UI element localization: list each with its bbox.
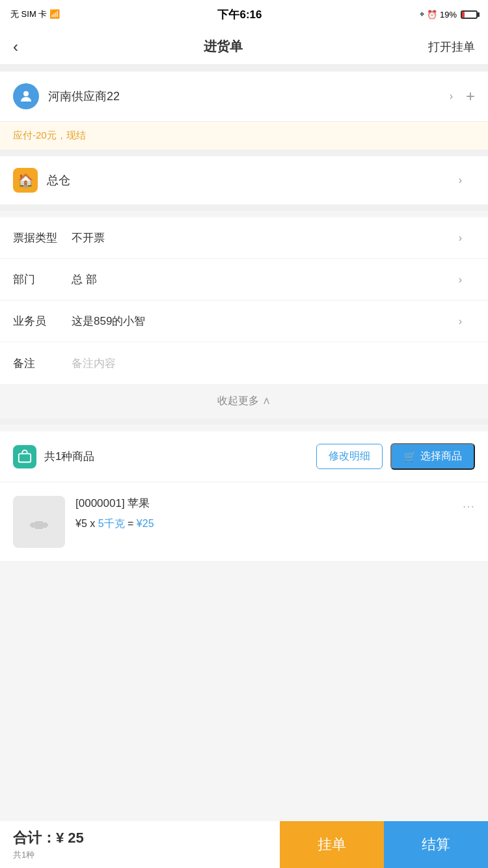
invoice-chevron-icon: ›	[459, 232, 462, 244]
products-header: 共1种商品 修改明细 🛒 选择商品	[0, 431, 488, 481]
salesman-row[interactable]: 业务员 这是859的小智 ›	[0, 301, 488, 342]
select-product-label: 选择商品	[420, 450, 462, 463]
checkout-button[interactable]: 结算	[384, 821, 488, 868]
product-info: [0000001] 苹果 ¥5 x 5千克 = ¥25	[75, 496, 452, 531]
status-bar: 无 SIM 卡 📶 下午6:16 ⌖ ⏰ 19%	[0, 0, 488, 29]
divider-3	[0, 418, 488, 425]
divider-2	[0, 204, 488, 211]
product-code: [0000001]	[75, 497, 128, 509]
product-thumbnail: 🕳	[13, 496, 65, 548]
page-title: 进货单	[204, 38, 243, 55]
product-thumb-icon: 🕳	[29, 510, 49, 534]
open-pending-button[interactable]: 打开挂单	[428, 39, 475, 55]
bottom-spacer	[0, 561, 488, 613]
alarm-icon: ⏰	[427, 10, 437, 20]
battery-icon	[461, 10, 478, 19]
status-left: 无 SIM 卡 📶	[10, 8, 60, 20]
total-section: 合计：¥ 25 共1种	[0, 828, 280, 861]
battery-percent: 19%	[440, 10, 457, 20]
warehouse-chevron-icon: ›	[459, 174, 462, 186]
warehouse-name: 总仓	[47, 172, 459, 188]
collapse-button[interactable]: 收起更多 ∧	[0, 384, 488, 418]
invoice-type-row[interactable]: 票据类型 不开票 ›	[0, 217, 488, 259]
select-product-button[interactable]: 🛒 选择商品	[390, 443, 475, 470]
product-qty: 5千克	[98, 518, 125, 529]
total-amount-row: 合计：¥ 25	[13, 828, 267, 848]
modify-detail-button[interactable]: 修改明细	[316, 444, 383, 469]
supplier-avatar	[13, 83, 39, 109]
nav-bar: ‹ 进货单 打开挂单	[0, 29, 488, 65]
product-price-row: ¥5 x 5千克 = ¥25	[75, 517, 452, 531]
product-more-button[interactable]: …	[462, 496, 475, 511]
warehouse-section: 🏠 总仓 ›	[0, 156, 488, 204]
product-item: 🕳 [0000001] 苹果 ¥5 x 5千克 = ¥25 …	[0, 483, 488, 561]
salesman-chevron-icon: ›	[459, 316, 462, 327]
department-row[interactable]: 部门 总 部 ›	[0, 259, 488, 301]
department-chevron-icon: ›	[459, 274, 462, 286]
warehouse-icon: 🏠	[13, 168, 38, 193]
bottom-bar: 合计：¥ 25 共1种 挂单 结算	[0, 821, 488, 868]
product-total: ¥25	[137, 518, 154, 529]
department-label: 部门	[13, 272, 65, 287]
form-section: 票据类型 不开票 › 部门 总 部 › 业务员 这是859的小智 › 备注 备注…	[0, 217, 488, 384]
invoice-type-value: 不开票	[72, 230, 459, 245]
supplier-name: 河南供应商22	[48, 88, 450, 104]
salesman-value: 这是859的小智	[72, 314, 459, 329]
total-label: 合计：	[13, 830, 56, 846]
remark-row[interactable]: 备注 备注内容	[0, 342, 488, 384]
department-value: 总 部	[72, 272, 459, 287]
svg-rect-1	[19, 454, 31, 462]
product-unit-price: ¥5 x	[75, 518, 98, 529]
invoice-type-label: 票据类型	[13, 230, 65, 245]
product-name: [0000001] 苹果	[75, 496, 452, 511]
total-amount: ¥ 25	[56, 830, 84, 846]
back-button[interactable]: ‹	[13, 38, 18, 56]
products-icon	[13, 445, 36, 468]
total-count: 共1种	[13, 849, 267, 861]
product-title: 苹果	[128, 497, 150, 509]
status-time: 下午6:16	[217, 7, 262, 22]
add-supplier-button[interactable]: +	[466, 87, 475, 105]
divider-1	[0, 150, 488, 156]
supplier-section: 河南供应商22 › + 应付-20元，现结	[0, 72, 488, 150]
hang-order-button[interactable]: 挂单	[280, 821, 384, 868]
products-count: 共1种商品	[44, 449, 308, 464]
select-product-icon: 🛒	[403, 450, 416, 463]
divider-top	[0, 65, 488, 72]
warehouse-row[interactable]: 🏠 总仓 ›	[0, 156, 488, 204]
svg-point-0	[23, 91, 29, 96]
product-equals: =	[125, 518, 137, 529]
salesman-label: 业务员	[13, 314, 65, 329]
remark-input[interactable]: 备注内容	[72, 356, 475, 371]
location-icon: ⌖	[420, 9, 424, 20]
supplier-chevron-icon: ›	[450, 90, 453, 102]
supplier-notice: 应付-20元，现结	[0, 122, 488, 150]
status-right: ⌖ ⏰ 19%	[420, 9, 478, 20]
remark-label: 备注	[13, 356, 65, 371]
supplier-row[interactable]: 河南供应商22 › +	[0, 72, 488, 122]
